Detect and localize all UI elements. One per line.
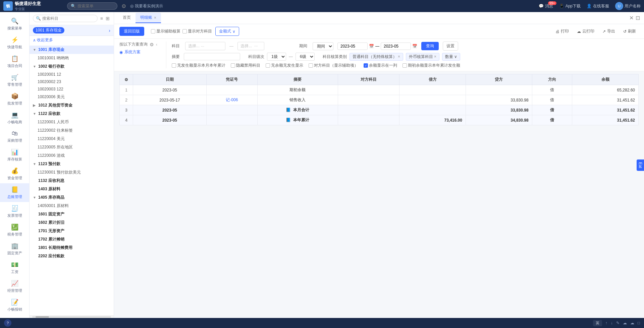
account-search-input[interactable] [42, 16, 95, 21]
settings-button[interactable]: 设置 [443, 42, 458, 51]
tree-scrollbar[interactable] [30, 315, 114, 318]
show-assist-checkbox[interactable] [151, 29, 155, 34]
bottom-icon-3[interactable]: ✎ [616, 321, 620, 325]
sidebar-item-management[interactable]: 📈 经营管理 [0, 277, 29, 296]
sidebar-item-wholesale[interactable]: 📦 批发管理 [0, 90, 29, 109]
cloud-print-button[interactable]: ☁ 云打印 [574, 27, 597, 35]
sidebar-item-search[interactable]: 🔍 搜索菜单 [0, 15, 29, 34]
bottom-icon-2[interactable]: ↓ [611, 321, 613, 325]
period-end-calendar-icon[interactable]: 📅 [412, 44, 417, 49]
sidebar-item-inventory[interactable]: 📊 库存核算 [0, 146, 29, 165]
search-input[interactable] [77, 4, 114, 8]
sidebar-item-expense[interactable]: 📝 小畅报销 [0, 296, 29, 315]
opening-balance-check[interactable]: 期初余额显示本年累计发生额 [402, 63, 460, 68]
sidebar-item-ecommerce[interactable]: 💻 小畅电商 [0, 109, 29, 127]
filter-tag-close-ordinary[interactable]: × [398, 54, 400, 59]
hide-disabled-check[interactable]: 隐藏禁用科目 [231, 63, 260, 68]
tree-item-1602[interactable]: 1602 累计折旧 [30, 218, 114, 227]
sidebar-item-contract[interactable]: 📋 项目合同 [0, 52, 29, 71]
app-download-item[interactable]: 📱 App下载 [559, 3, 581, 9]
sidebar-item-invoice[interactable]: 🧾 发票管理 [0, 202, 29, 221]
period-calendar-icon[interactable]: 📅 [369, 44, 374, 49]
tree-item-1405[interactable]: ▼ 1405 库存商品 [30, 193, 114, 202]
query-button[interactable]: 查询 [421, 42, 439, 50]
row-voucher[interactable]: 记-006 [207, 95, 258, 105]
balance-one-column-check[interactable]: ✓ 余额显示在一列 [364, 63, 397, 68]
subject-input[interactable]: 选择... ··· [185, 42, 225, 50]
sidebar-item-assets[interactable]: 🏢 固定资产 [0, 240, 29, 258]
help-button[interactable]: ? [4, 319, 11, 327]
period-start-input[interactable] [337, 43, 368, 50]
panel-close-button[interactable]: ✕ [629, 15, 634, 21]
print-button[interactable]: 🖨 打印 [553, 27, 572, 35]
col-settings[interactable]: ⚙ [120, 74, 133, 85]
bottom-icon-1[interactable]: ↑ [605, 321, 607, 325]
tree-item-1123[interactable]: ▼ 1123 预付款 [30, 160, 114, 168]
system-plan-btn[interactable]: ◉ 系统方案 [119, 49, 162, 55]
tree-item-11230001[interactable]: 11230001 预付款款美元 [30, 168, 114, 177]
sidebar-item-retail[interactable]: 🛒 零售管理 [0, 71, 29, 90]
tree-item-1012[interactable]: ▶ 1012 其他货币资金 [30, 101, 114, 110]
tree-item-1702[interactable]: 1702 累计摊销 [30, 235, 114, 244]
tree-item-1122[interactable]: ▼ 1122 应收款 [30, 110, 114, 118]
subject-end-input[interactable]: 选择... ··· [237, 42, 264, 50]
sidebar-item-purchase[interactable]: 🛍 采购管理 [0, 127, 29, 146]
subject-level-end-select[interactable]: 6级 [296, 53, 315, 61]
top-search[interactable]: 🔍 [67, 2, 117, 10]
format-button[interactable]: 金额式 ∨ [215, 27, 239, 36]
tree-item-11220004[interactable]: 11220004 美元 [30, 135, 114, 143]
tree-item-2202[interactable]: 2202 应付账款 [30, 252, 114, 260]
query-settings-icon[interactable]: ⚙ [150, 42, 154, 47]
back-to-old-btn[interactable]: 退回旧版 [119, 27, 144, 36]
sidebar-item-tax[interactable]: 💹 税务管理 [0, 221, 29, 240]
tree-item-1403[interactable]: 1403 原材料 [30, 185, 114, 193]
sidebar-item-salary[interactable]: 💵 工资 [0, 258, 29, 277]
list-view-button[interactable]: ≡ [100, 15, 104, 22]
user-avatar[interactable]: U 用户名称 [615, 2, 641, 10]
bottom-icon-5[interactable]: ☁ [630, 321, 634, 325]
settings-icon[interactable]: ⚙ [121, 3, 126, 9]
bottom-icon-4[interactable]: ☁ [623, 321, 627, 325]
message-icon-item[interactable]: 💬 消息 99+ [539, 3, 553, 9]
period-type-select[interactable]: 期间 [313, 42, 333, 50]
tree-item-1701[interactable]: 1701 无形资产 [30, 227, 114, 235]
panel-expand-button[interactable]: ⊡ [636, 15, 640, 21]
subject-level-start-select[interactable]: 1级 [267, 53, 286, 61]
expand-view-button[interactable]: ⊞ [105, 15, 110, 22]
show-assist-check[interactable]: 显示辅助核算 [151, 28, 180, 34]
tree-item-10010001[interactable]: 10010001 哟哟哟 [30, 54, 114, 62]
filter-tag-close-forex[interactable]: × [434, 54, 436, 59]
demo-link[interactable]: ◎ 我要看实例演示 [130, 3, 163, 9]
bottom-icon-6[interactable]: □ [638, 321, 640, 325]
tree-item-1601[interactable]: 1601 固定资产 [30, 210, 114, 218]
no-amount-check[interactable]: 无发生额显示本月本年累计 [172, 63, 225, 68]
show-opposite-checkbox[interactable] [182, 29, 187, 34]
show-opposite-check[interactable]: 显示对方科目 [182, 28, 212, 34]
tree-item-10020001[interactable]: 10020001 12 [30, 71, 114, 78]
expand-toggle-btn[interactable]: ∧ 收起更多 [30, 36, 114, 44]
tree-item-10020003[interactable]: 10020003 122 [30, 85, 114, 93]
tab-home[interactable]: 首页 [118, 13, 136, 23]
tree-item-14050001[interactable]: 14050001 原材料 [30, 202, 114, 210]
online-service-item[interactable]: 👤 在线客服 [587, 3, 609, 9]
summary-input[interactable] [184, 53, 240, 60]
sidebar-item-basic-info[interactable]: ℹ 基础信息 [0, 315, 29, 318]
quantity-dropdown-icon[interactable]: ∨ [454, 54, 457, 59]
period-end-input[interactable] [381, 43, 411, 50]
lang-switch-btn[interactable]: 英 [593, 320, 602, 326]
tree-item-11220001[interactable]: 11220001 人民币 [30, 118, 114, 126]
tree-item-11220005[interactable]: 11220005 所在地区 [30, 143, 114, 151]
tree-item-11220006[interactable]: 11220006 游戏 [30, 151, 114, 160]
sidebar-item-finance[interactable]: 💰 资金管理 [0, 165, 29, 183]
sidebar-item-ledger[interactable]: 📒 总账管理 [0, 183, 29, 202]
refresh-button[interactable]: ↺ 刷新 [621, 27, 639, 35]
export-button[interactable]: ↗ 导出 [600, 27, 618, 35]
filter-tag-quantity[interactable]: 数量 ∨ [442, 53, 460, 61]
tree-item-1002[interactable]: ▼ 1002 银行存款 [30, 62, 114, 71]
tab-close-icon[interactable]: × [154, 15, 156, 20]
query-collapse-icon[interactable]: ‹ [156, 42, 157, 47]
tree-item-11220002[interactable]: 11220002 往来标签 [30, 126, 114, 135]
sidebar-item-nav[interactable]: ⚡ 快捷导航 [0, 34, 29, 52]
no-balance-check[interactable]: 无余额无发生显示 [266, 63, 303, 68]
tree-item-1801[interactable]: 1801 长期待摊费用 [30, 244, 114, 252]
